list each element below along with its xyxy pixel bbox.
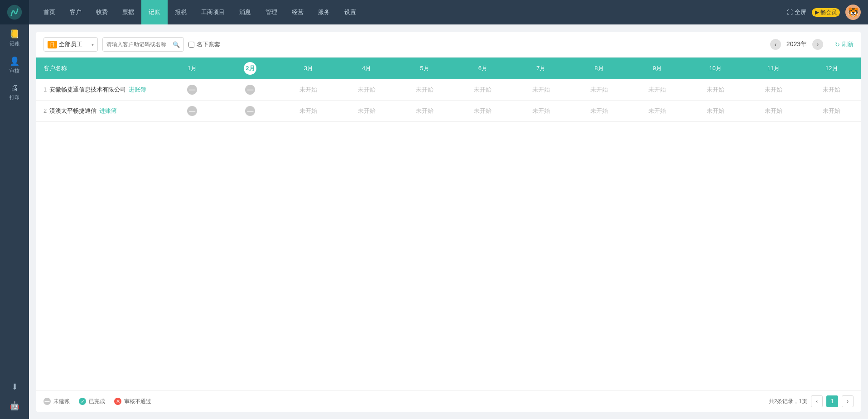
month-cell-8: 未开始 [570, 101, 628, 122]
nav-tax[interactable]: 报税 [168, 0, 194, 24]
not-started-status: 未开始 [765, 107, 782, 114]
bookkeeping-icon: 📒 [10, 29, 19, 39]
employee-tag: 日 [48, 41, 57, 48]
month-cell-5: 未开始 [395, 101, 453, 122]
next-page-button[interactable]: › [842, 395, 854, 407]
nav-invoice[interactable]: 票据 [115, 0, 141, 24]
vip-badge[interactable]: ▶ 畅会员 [812, 8, 840, 17]
month-cell-3: 未开始 [280, 79, 338, 101]
not-started-status: 未开始 [648, 107, 666, 114]
sidebar-item-audit[interactable]: 👤 审核 [0, 52, 29, 79]
col-nov: 11月 [744, 58, 802, 79]
sidebar-item-bookkeeping[interactable]: 📒 记账 [0, 24, 29, 52]
month-cell-1[interactable]: — [163, 101, 221, 122]
col-aug: 8月 [570, 58, 628, 79]
month-cell-3: 未开始 [280, 101, 338, 122]
row-number: 2 [43, 107, 47, 114]
fullscreen-button[interactable]: ⛶ 全屏 [787, 8, 806, 16]
prev-year-button[interactable]: ‹ [770, 39, 781, 50]
col-jul: 7月 [512, 58, 570, 79]
search-wrapper: 🔍 [102, 37, 184, 52]
sidebar-logo [0, 0, 29, 24]
refresh-icon: ↻ [835, 41, 840, 48]
nav-message[interactable]: 消息 [232, 0, 258, 24]
not-started-status: 未开始 [532, 86, 550, 93]
month-cell-9: 未开始 [628, 79, 686, 101]
prev-page-button[interactable]: ‹ [811, 395, 823, 407]
col-oct: 10月 [686, 58, 744, 79]
table-footer: — 未建账 ✓ 已完成 ✕ 审核不通过 共2条记录，1页 ‹ 1 › [36, 390, 861, 412]
completed-icon: ✓ [79, 398, 86, 405]
not-started-status: 未开始 [707, 107, 724, 114]
col-dec: 12月 [803, 58, 861, 79]
print-icon: 🖨 [10, 83, 19, 93]
rejected-label: 审核不通过 [124, 398, 151, 405]
enter-ledger-link[interactable]: 进账簿 [99, 107, 117, 114]
month-cell-5: 未开始 [395, 79, 453, 101]
nav-service[interactable]: 服务 [311, 0, 337, 24]
month-cell-2[interactable]: — [221, 101, 279, 122]
main-card: 日 全部员工 ▾ 🔍 名下账套 ‹ 2023年 › [36, 32, 861, 412]
not-started-status: 未开始 [358, 86, 376, 93]
sidebar-item-print[interactable]: 🖨 打印 [0, 79, 29, 106]
nav-business[interactable]: 工商项目 [194, 0, 232, 24]
month-cell-7: 未开始 [512, 101, 570, 122]
month-cell-10: 未开始 [686, 101, 744, 122]
enter-ledger-link[interactable]: 进账簿 [129, 86, 146, 93]
col-feb: 2月 [221, 58, 279, 79]
table-row: 2漠澳太平畅捷通信进账簿——未开始未开始未开始未开始未开始未开始未开始未开始未开… [36, 101, 861, 122]
not-started-status: 未开始 [707, 86, 724, 93]
main-area: 首页 客户 收费 票据 记账 报税 工商项目 消息 管理 经营 服务 设置 ⛶ … [29, 0, 868, 419]
next-year-button[interactable]: › [812, 39, 823, 50]
month-cell-12: 未开始 [803, 79, 861, 101]
avatar[interactable]: 🐯 [845, 5, 861, 20]
toolbar: 日 全部员工 ▾ 🔍 名下账套 ‹ 2023年 › [36, 32, 861, 58]
col-may: 5月 [395, 58, 453, 79]
nav-customer[interactable]: 客户 [63, 0, 89, 24]
topnav: 首页 客户 收费 票据 记账 报税 工商项目 消息 管理 经营 服务 设置 ⛶ … [29, 0, 868, 24]
month-cell-1[interactable]: — [163, 79, 221, 101]
completed-label: 已完成 [89, 398, 105, 405]
sidebar: 📒 记账 👤 审核 🖨 打印 ⬇ 🤖 [0, 0, 29, 419]
row-number: 1 [43, 86, 47, 93]
col-jun: 6月 [454, 58, 512, 79]
legend-rejected: ✕ 审核不通过 [114, 398, 151, 405]
search-icon[interactable]: 🔍 [173, 41, 180, 48]
year-nav: ‹ 2023年 › [770, 39, 823, 50]
month-cell-6: 未开始 [454, 101, 512, 122]
checkbox-label[interactable]: 名下账套 [188, 40, 220, 48]
month-cell-8: 未开始 [570, 79, 628, 101]
nav-settings[interactable]: 设置 [337, 0, 363, 24]
not-created-label: 未建账 [53, 398, 70, 405]
page-1-button[interactable]: 1 [826, 395, 838, 407]
dash-status-icon: — [245, 85, 255, 95]
nav-operation[interactable]: 经营 [285, 0, 311, 24]
month-cell-4: 未开始 [338, 79, 395, 101]
dropdown-arrow-icon: ▾ [92, 42, 94, 47]
not-started-status: 未开始 [416, 107, 434, 114]
client-name-cell: 2漠澳太平畅捷通信进账簿 [36, 101, 163, 122]
my-accounts-checkbox[interactable] [188, 42, 194, 48]
vip-icon: ▶ [815, 9, 819, 15]
nav-manage[interactable]: 管理 [258, 0, 285, 24]
month-cell-11: 未开始 [744, 101, 802, 122]
nav-collection[interactable]: 收费 [89, 0, 115, 24]
legend-completed: ✓ 已完成 [79, 398, 105, 405]
sidebar-item-support[interactable]: 🤖 [0, 397, 29, 414]
dash-status-icon: — [187, 106, 197, 116]
nav-bookkeeping[interactable]: 记账 [141, 0, 168, 24]
audit-icon: 👤 [10, 56, 19, 66]
nav-home[interactable]: 首页 [36, 0, 63, 24]
month-cell-9: 未开始 [628, 101, 686, 122]
month-cell-2[interactable]: — [221, 79, 279, 101]
client-name: 漠澳太平畅捷通信 [49, 107, 96, 114]
not-started-status: 未开始 [299, 86, 317, 93]
not-started-status: 未开始 [532, 107, 550, 114]
sidebar-item-download[interactable]: ⬇ [0, 378, 29, 395]
employee-label: 全部员工 [59, 40, 90, 48]
search-input[interactable] [106, 41, 170, 48]
employee-select[interactable]: 日 全部员工 ▾ [43, 37, 98, 52]
month-cell-12: 未开始 [803, 101, 861, 122]
refresh-button[interactable]: ↻ 刷新 [835, 40, 854, 48]
not-started-status: 未开始 [474, 107, 492, 114]
